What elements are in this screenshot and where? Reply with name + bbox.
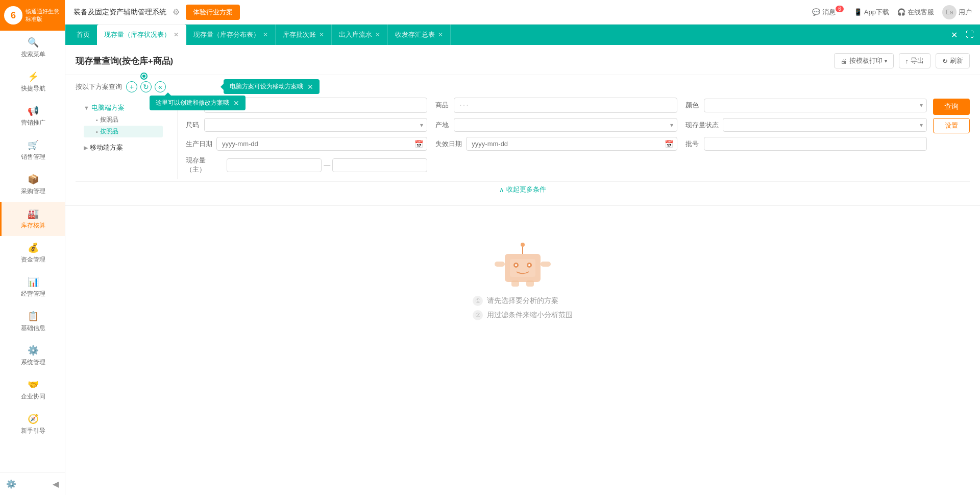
stock-main-min-input[interactable] bbox=[227, 158, 322, 172]
tabs-close-all-icon[interactable]: ✕ bbox=[949, 28, 960, 42]
sidebar-item-purchase[interactable]: 📦 采购管理 bbox=[0, 168, 65, 202]
sidebar-item-ops[interactable]: 📊 经营管理 bbox=[0, 270, 65, 304]
refresh-btn[interactable]: ↻ 刷新 bbox=[936, 53, 970, 68]
tab-recv-summary[interactable]: 收发存汇总表 ✕ bbox=[388, 25, 451, 45]
svg-rect-9 bbox=[541, 262, 551, 267]
expire-date-field: 失效日期 📅 bbox=[435, 137, 677, 151]
message-badge: 6 bbox=[836, 6, 844, 12]
tab-recv-summary-label: 收发存汇总表 bbox=[395, 30, 435, 39]
online-service-label: 在线客服 bbox=[908, 8, 934, 17]
tab-inout[interactable]: 出入库流水 ✕ bbox=[332, 25, 388, 45]
finance-icon: 💰 bbox=[28, 242, 39, 253]
expire-date-wrap: 📅 bbox=[466, 137, 677, 151]
step-1-num: ① bbox=[473, 296, 483, 306]
color-select[interactable] bbox=[704, 99, 927, 112]
step-2-text: 用过滤条件来缩小分析范围 bbox=[487, 311, 573, 320]
online-service-item[interactable]: 🎧 在线客服 bbox=[897, 8, 934, 17]
tab-batch-close[interactable]: ✕ bbox=[319, 31, 324, 38]
tab-recv-summary-close[interactable]: ✕ bbox=[438, 31, 443, 38]
content: 现存量查询(按仓库+商品) 🖨 按模板打印 ▾ ↑ 导出 ↻ 刷新 bbox=[65, 45, 980, 495]
avatar: Ea bbox=[942, 5, 957, 19]
avatar-text: Ea bbox=[946, 9, 953, 16]
sidebar-item-corp[interactable]: 🤝 企业协同 bbox=[0, 373, 65, 407]
svg-rect-10 bbox=[511, 280, 519, 287]
mobile-scheme-group[interactable]: ▶ 移动端方案 bbox=[84, 142, 163, 154]
sidebar-item-sales[interactable]: 🛒 销售管理 bbox=[0, 133, 65, 168]
sales-icon: 🛒 bbox=[28, 139, 39, 151]
tab-inventory-status[interactable]: 现存量（库存状况表） ✕ bbox=[97, 25, 186, 45]
svg-rect-11 bbox=[526, 280, 534, 287]
search-icon: 🔍 bbox=[28, 37, 39, 48]
header-right: 💬 消息 6 📱 App下载 🎧 在线客服 Ea 用户 bbox=[812, 5, 972, 19]
tab-inout-close[interactable]: ✕ bbox=[375, 31, 380, 38]
filter-label: 按以下方案查询 bbox=[76, 82, 122, 91]
empty-step-1: ① 请先选择要分析的方案 bbox=[473, 296, 573, 306]
pc-sub-2[interactable]: ▪ 按照品 bbox=[84, 126, 163, 137]
tab-home[interactable]: 首页 bbox=[69, 25, 97, 45]
scheme-tooltip-text: 电脑方案可设为移动方案哦 bbox=[230, 82, 303, 91]
reset-btn[interactable]: 设置 bbox=[933, 118, 970, 133]
prod-date-input[interactable] bbox=[216, 137, 427, 151]
app-download-item[interactable]: 📱 App下载 bbox=[854, 8, 889, 17]
origin-field: 产地 ▾ bbox=[435, 118, 677, 132]
trial-btn[interactable]: 体验行业方案 bbox=[186, 5, 240, 20]
corp-icon: 🤝 bbox=[28, 379, 39, 390]
user-item[interactable]: Ea 用户 bbox=[942, 5, 972, 19]
sidebar-item-inventory[interactable]: 🏭 库存核算 bbox=[0, 202, 65, 236]
stock-main-max-input[interactable] bbox=[332, 158, 427, 172]
sidebar-item-label: 营销推广 bbox=[21, 119, 45, 127]
settings-gear-icon[interactable]: ⚙ bbox=[173, 7, 180, 17]
tab-inventory-dist-label: 现存量（库存分布表） bbox=[193, 30, 260, 39]
stock-status-field: 现存量状态 ▾ bbox=[685, 118, 927, 132]
stock-main-field: 现存量（主） — bbox=[186, 156, 427, 174]
origin-select[interactable] bbox=[454, 118, 677, 132]
search-btn-area: 查询 设置 bbox=[927, 98, 970, 179]
back-scheme-btn[interactable]: « bbox=[155, 81, 166, 92]
sidebar-nav: 🔍 搜索菜单 ⚡ 快捷导航 📢 营销推广 🛒 销售管理 📦 采购管理 🏭 库存核… bbox=[0, 31, 65, 473]
scheme-tooltip-close[interactable]: ✕ bbox=[307, 83, 313, 91]
collapse-sidebar-icon[interactable]: ◀ bbox=[53, 479, 59, 489]
sidebar-item-quick[interactable]: ⚡ 快捷导航 bbox=[0, 65, 65, 99]
message-icon: 💬 bbox=[812, 8, 820, 16]
sidebar-item-system[interactable]: ⚙️ 系统管理 bbox=[0, 339, 65, 373]
pc-scheme-label: 电脑端方案 bbox=[91, 103, 125, 112]
prod-date-field: 生产日期 📅 bbox=[186, 137, 427, 151]
settings-icon[interactable]: ⚙️ bbox=[6, 479, 16, 489]
batch-input[interactable] bbox=[704, 137, 927, 151]
stock-main-range: — bbox=[227, 158, 427, 172]
svg-rect-8 bbox=[495, 262, 505, 267]
sidebar-bottom: ⚙️ ◀ bbox=[0, 473, 65, 495]
stock-main-label: 现存量（主） bbox=[186, 156, 223, 174]
message-item[interactable]: 💬 消息 6 bbox=[812, 8, 846, 17]
goods-input[interactable]: ··· bbox=[454, 98, 677, 113]
filter-header: 按以下方案查询 + ↻ « 电脑方案可设为移动方案哦 ✕ bbox=[76, 81, 970, 92]
stock-status-select[interactable] bbox=[723, 118, 927, 132]
tab-batch[interactable]: 库存批次账 ✕ bbox=[276, 25, 332, 45]
filter-actions: + ↻ « bbox=[126, 81, 166, 92]
sidebar: 6 畅通通好生意 标准版 🔍 搜索菜单 ⚡ 快捷导航 📢 营销推广 🛒 销售管理… bbox=[0, 0, 65, 495]
stock-status-label: 现存量状态 bbox=[685, 121, 719, 130]
sidebar-item-finance[interactable]: 💰 资金管理 bbox=[0, 236, 65, 270]
logo-text: 畅通通好生意 标准版 bbox=[26, 8, 59, 23]
sidebar-item-guide[interactable]: 🧭 新手引导 bbox=[0, 407, 65, 441]
export-btn[interactable]: ↑ 导出 bbox=[899, 53, 931, 68]
refresh-scheme-btn[interactable]: ↻ bbox=[140, 81, 152, 92]
create-tooltip-close[interactable]: ✕ bbox=[233, 99, 239, 107]
tab-inventory-dist-close[interactable]: ✕ bbox=[263, 31, 268, 38]
tab-inventory-dist[interactable]: 现存量（库存分布表） ✕ bbox=[186, 25, 276, 45]
sidebar-item-marketing[interactable]: 📢 营销推广 bbox=[0, 99, 65, 133]
tab-inventory-status-close[interactable]: ✕ bbox=[174, 31, 179, 38]
add-scheme-btn[interactable]: + bbox=[126, 81, 137, 92]
page-actions: 🖨 按模板打印 ▾ ↑ 导出 ↻ 刷新 bbox=[834, 53, 970, 68]
print-template-btn[interactable]: 🖨 按模板打印 ▾ bbox=[834, 53, 894, 68]
pc-sub-1[interactable]: ▪ 按照品 bbox=[84, 114, 163, 126]
tabs-fullscreen-icon[interactable]: ⛶ bbox=[964, 28, 976, 41]
expire-date-input[interactable] bbox=[466, 137, 677, 151]
sidebar-item-search[interactable]: 🔍 搜索菜单 bbox=[0, 31, 65, 65]
collapse-btn[interactable]: ∧ 收起更多条件 bbox=[76, 181, 970, 197]
marketing-icon: 📢 bbox=[28, 105, 39, 116]
sidebar-item-base[interactable]: 📋 基础信息 bbox=[0, 304, 65, 339]
search-btn[interactable]: 查询 bbox=[933, 99, 970, 115]
export-label: 导出 bbox=[911, 56, 924, 65]
size-select[interactable] bbox=[204, 118, 427, 132]
